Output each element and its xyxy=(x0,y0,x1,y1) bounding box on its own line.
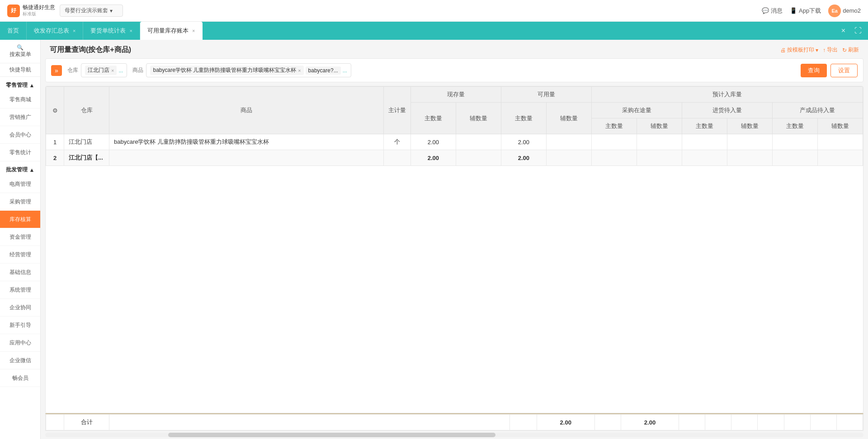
query-button[interactable]: 查询 xyxy=(801,64,827,77)
sidebar-search[interactable]: 🔍 搜索菜单 xyxy=(0,40,40,63)
scroll-thumb[interactable] xyxy=(168,433,495,437)
table-container: ⚙ 仓库 商品 主计量 现存量 可用量 预计入库量 主数量 辅数量 主数量 辅数… xyxy=(45,86,863,413)
row2-prod-sub xyxy=(817,150,863,166)
prod-sub-header: 辅数量 xyxy=(817,118,863,134)
available-stock-label: 可用量库存账本 xyxy=(147,27,189,35)
row2-incoming-sub xyxy=(727,150,772,166)
sidebar-item-collab[interactable]: 企业协同 xyxy=(0,299,40,316)
sidebar-item-basic[interactable]: 基础信息 xyxy=(0,264,40,281)
row2-product xyxy=(109,150,384,166)
tab-home[interactable]: 首页 xyxy=(0,22,27,40)
sidebar-item-newuser[interactable]: 新手引导 xyxy=(0,316,40,334)
row2-incoming-main xyxy=(682,150,727,166)
top-bar-left: 好 畅捷通好生意 标准版 母婴行业演示账套 ▾ xyxy=(7,4,123,18)
data-table: ⚙ 仓库 商品 主计量 现存量 可用量 预计入库量 主数量 辅数量 主数量 辅数… xyxy=(46,86,863,166)
incoming-main-header: 主数量 xyxy=(682,118,727,134)
product-tag2: babycare?... xyxy=(306,66,341,75)
phone-icon: 📱 xyxy=(790,7,797,14)
page-header: 可用量查询(按仓库+商品) 🖨 按模板打印 ▾ ↑ 导出 ↻ 刷新 xyxy=(41,40,868,58)
footer-current-main: 2.00 xyxy=(537,415,594,430)
sidebar-item-members[interactable]: 会员中心 xyxy=(0,126,40,144)
footer-avail-main: 2.00 xyxy=(621,415,679,430)
tab-order-stats[interactable]: 要货单统计表 × xyxy=(83,22,140,40)
refresh-btn[interactable]: ↻ 刷新 xyxy=(842,46,859,54)
row1-product: babycare学饮杯 儿童防摔防撞吸管杯重力球吸嘴杯宝宝水杯 xyxy=(109,134,384,150)
product-col-header: 商品 xyxy=(109,87,384,134)
filter-bar: » 仓库 江北门店 × ... 商品 babycare学饮杯 儿童防摔防撞吸管杯… xyxy=(45,58,863,82)
warehouse-input[interactable]: 江北门店 × ... xyxy=(81,63,127,77)
filter-warehouse: 仓库 江北门店 × ... xyxy=(67,63,127,77)
purchase-sub-header: 辅数量 xyxy=(637,118,682,134)
tab-receive-summary[interactable]: 收发存汇总表 × xyxy=(27,22,83,40)
sidebar-item-appstore[interactable]: 应用中心 xyxy=(0,334,40,352)
footer-total: 合计 2.00 2.00 xyxy=(45,413,863,431)
sidebar-item-member[interactable]: 畅会员 xyxy=(0,369,40,387)
remove-product-tag1[interactable]: × xyxy=(298,68,301,73)
expand-action[interactable]: ⛶ xyxy=(852,26,864,36)
filter-actions: 查询 设置 xyxy=(801,64,858,77)
row2-prod-main xyxy=(772,150,817,166)
refresh-icon: ↻ xyxy=(842,47,847,53)
settings-col-header[interactable]: ⚙ xyxy=(46,87,64,134)
tab-bar: 首页 收发存汇总表 × 要货单统计表 × 可用量库存账本 × × ⛶ xyxy=(0,22,868,40)
remove-warehouse-tag[interactable]: × xyxy=(111,68,114,73)
sidebar-group-retail[interactable]: 零售管理 ▲ xyxy=(0,77,40,91)
row2-unit xyxy=(383,150,410,166)
filter-expand-btn[interactable]: » xyxy=(51,65,62,76)
sidebar-group-wholesale[interactable]: 批发管理 ▲ xyxy=(0,161,40,175)
sidebar-item-retail-stats[interactable]: 零售统计 xyxy=(0,144,40,161)
warehouse-more[interactable]: ... xyxy=(118,67,123,74)
table-row: 2 江北门店【... 2.00 2.00 xyxy=(46,150,863,166)
close-tab-action[interactable]: × xyxy=(839,26,848,36)
row1-purchase-sub xyxy=(637,134,682,150)
sidebar-item-purchase[interactable]: 采购管理 xyxy=(0,193,40,211)
gear-icon: ⚙ xyxy=(52,107,58,114)
export-btn[interactable]: ↑ 导出 xyxy=(823,46,838,54)
product-tag1: babycare学饮杯 儿童防摔防撞吸管杯重力球吸嘴杯宝宝水杯 × xyxy=(150,66,303,75)
row2-purchase-main xyxy=(591,150,637,166)
row1-avail-main: 2.00 xyxy=(501,134,546,150)
sidebar-item-marketing[interactable]: 营销推广 xyxy=(0,109,40,126)
user-menu[interactable]: Ea demo2 xyxy=(828,5,861,17)
sidebar-quick-nav[interactable]: 快捷导航 xyxy=(0,63,40,77)
row1-incoming-sub xyxy=(727,134,772,150)
print-chevron: ▾ xyxy=(816,47,818,53)
row1-unit: 个 xyxy=(383,134,410,150)
print-icon: 🖨 xyxy=(780,47,786,53)
sidebar-item-retail-mall[interactable]: 零售商城 xyxy=(0,91,40,109)
tab-close-available[interactable]: × xyxy=(192,28,195,33)
row1-avail-sub xyxy=(546,134,591,150)
top-bar-right: 💬 消息 📱 App下载 Ea demo2 xyxy=(762,5,861,17)
sidebar-item-finance[interactable]: 资金管理 xyxy=(0,228,40,246)
industry-selector[interactable]: 母婴行业演示账套 ▾ xyxy=(60,5,123,17)
print-btn[interactable]: 🖨 按模板打印 ▾ xyxy=(780,46,818,54)
tab-available-stock[interactable]: 可用量库存账本 × xyxy=(140,22,203,40)
settings-button[interactable]: 设置 xyxy=(830,64,858,77)
logo-area: 好 畅捷通好生意 标准版 xyxy=(7,4,55,18)
row2-current-main: 2.00 xyxy=(410,150,456,166)
product-more[interactable]: ... xyxy=(343,67,347,74)
logo-icon: 好 xyxy=(7,5,20,17)
page-actions: 🖨 按模板打印 ▾ ↑ 导出 ↻ 刷新 xyxy=(780,46,859,54)
sidebar-item-wxwork[interactable]: 企业微信 xyxy=(0,352,40,369)
product-input[interactable]: babycare学饮杯 儿童防摔防撞吸管杯重力球吸嘴杯宝宝水杯 × babyca… xyxy=(146,63,351,77)
row2-purchase-sub xyxy=(637,150,682,166)
message-btn[interactable]: 💬 消息 xyxy=(762,7,783,15)
unit-col-header: 主计量 xyxy=(383,87,410,134)
chevron-down-icon: ▾ xyxy=(110,8,113,14)
horizontal-scrollbar[interactable] xyxy=(45,433,863,437)
retail-expand-icon: ▲ xyxy=(29,82,35,89)
wholesale-expand-icon: ▲ xyxy=(29,167,35,173)
sidebar-item-ecom[interactable]: 电商管理 xyxy=(0,175,40,193)
app-download-btn[interactable]: 📱 App下载 xyxy=(790,7,821,15)
avail-main-header: 主数量 xyxy=(501,103,546,134)
tab-close-order[interactable]: × xyxy=(129,28,132,33)
sidebar-item-system[interactable]: 系统管理 xyxy=(0,281,40,299)
sidebar-item-operations[interactable]: 经营管理 xyxy=(0,246,40,264)
purchase-main-header: 主数量 xyxy=(591,118,637,134)
sidebar-item-inventory[interactable]: 库存核算 xyxy=(0,211,40,228)
logo-text: 畅捷通好生意 标准版 xyxy=(23,4,55,18)
main-layout: 🔍 搜索菜单 快捷导航 零售管理 ▲ 零售商城 营销推广 会员中心 零售统计 批… xyxy=(0,40,868,439)
tab-close-receive[interactable]: × xyxy=(73,28,75,33)
sidebar: 🔍 搜索菜单 快捷导航 零售管理 ▲ 零售商城 营销推广 会员中心 零售统计 批… xyxy=(0,40,41,439)
